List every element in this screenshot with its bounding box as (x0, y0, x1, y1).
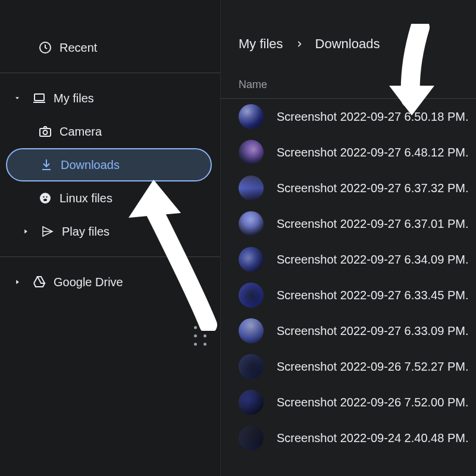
column-header-name[interactable]: Name (239, 79, 267, 91)
file-row[interactable]: Screenshot 2022-09-26 7.52.27 PM. (221, 349, 476, 384)
sidebar-item-my-files[interactable]: My files (0, 82, 213, 115)
svg-point-4 (40, 193, 51, 203)
file-thumbnail (239, 247, 264, 272)
file-row[interactable]: Screenshot 2022-09-26 7.52.00 PM. (221, 384, 476, 420)
file-row[interactable]: Screenshot 2022-09-27 6.33.09 PM. (221, 313, 476, 349)
chevron-right-icon (295, 36, 303, 52)
svg-rect-2 (40, 129, 51, 136)
file-name: Screenshot 2022-09-27 6.33.45 PM. (277, 289, 468, 302)
file-thumbnail (239, 318, 264, 343)
app-root: Recent My files Camera (0, 0, 476, 476)
svg-point-7 (43, 199, 47, 201)
drive-icon (32, 275, 54, 289)
laptop-icon (32, 91, 54, 105)
file-thumbnail (239, 425, 264, 450)
file-name: Screenshot 2022-09-27 6.37.01 PM. (277, 217, 468, 231)
svg-point-6 (46, 196, 47, 198)
svg-rect-1 (35, 94, 44, 101)
file-thumbnail (239, 176, 264, 201)
list-header: Name (221, 57, 476, 99)
file-row[interactable]: Screenshot 2022-09-27 6.37.32 PM. (221, 170, 476, 206)
sidebar-label-downloads: Downloads (61, 158, 120, 172)
breadcrumb-current[interactable]: Downloads (315, 36, 380, 52)
main-panel: My files Downloads Name Screenshot 2022-… (220, 0, 476, 476)
file-name: Screenshot 2022-09-26 7.52.00 PM. (277, 396, 468, 409)
sidebar-label-my-files: My files (54, 92, 94, 105)
file-name: Screenshot 2022-09-26 7.52.27 PM. (277, 360, 468, 374)
sidebar-label-camera: Camera (60, 125, 102, 139)
file-thumbnail (239, 104, 264, 129)
file-thumbnail (239, 283, 264, 308)
sidebar-item-play-files[interactable]: Play files (0, 215, 213, 248)
file-row[interactable]: Screenshot 2022-09-27 6.37.01 PM. (221, 206, 476, 242)
svg-point-3 (43, 130, 48, 134)
file-row[interactable]: Screenshot 2022-09-24 2.40.48 PM. (221, 420, 476, 456)
sidebar-divider (0, 256, 220, 257)
sidebar-item-recent[interactable]: Recent (0, 31, 213, 64)
play-icon (40, 224, 62, 239)
clock-icon (38, 40, 60, 55)
sidebar-item-google-drive[interactable]: Google Drive (0, 265, 213, 299)
chevron-right-icon[interactable] (21, 227, 40, 236)
sidebar-label-linux: Linux files (60, 192, 112, 205)
file-thumbnail (239, 140, 264, 165)
file-thumbnail (239, 211, 264, 236)
breadcrumb-root[interactable]: My files (239, 36, 283, 52)
svg-point-5 (43, 196, 44, 198)
sidebar-label-recent: Recent (60, 41, 97, 55)
file-name: Screenshot 2022-09-27 6.33.09 PM. (277, 324, 468, 338)
file-thumbnail (239, 354, 264, 379)
breadcrumb: My files Downloads (221, 31, 476, 57)
file-list: Screenshot 2022-09-27 6.50.18 PM. Screen… (221, 99, 476, 476)
sidebar-label-gdrive: Google Drive (54, 275, 123, 289)
file-thumbnail (239, 390, 264, 415)
linux-icon (38, 191, 60, 205)
sidebar-divider (0, 73, 220, 73)
download-icon (39, 158, 61, 172)
chevron-right-icon[interactable] (13, 278, 32, 286)
sidebar-item-downloads[interactable]: Downloads (6, 148, 212, 181)
file-name: Screenshot 2022-09-24 2.40.48 PM. (277, 431, 468, 445)
file-row[interactable]: Screenshot 2022-09-27 6.34.09 PM. (221, 242, 476, 277)
sidebar: Recent My files Camera (0, 0, 220, 476)
sidebar-label-play: Play files (62, 225, 109, 239)
sidebar-resize-handle[interactable] (194, 326, 208, 347)
camera-icon (38, 124, 60, 139)
file-name: Screenshot 2022-09-27 6.48.12 PM. (277, 146, 468, 159)
file-row[interactable]: Screenshot 2022-09-27 6.50.18 PM. (221, 99, 476, 134)
file-row[interactable]: Screenshot 2022-09-27 6.48.12 PM. (221, 134, 476, 170)
file-row[interactable]: Screenshot 2022-09-27 6.33.45 PM. (221, 277, 476, 313)
file-name: Screenshot 2022-09-27 6.37.32 PM. (277, 181, 468, 195)
sidebar-item-linux-files[interactable]: Linux files (0, 181, 213, 215)
sidebar-item-camera[interactable]: Camera (0, 115, 213, 148)
file-name: Screenshot 2022-09-27 6.50.18 PM. (277, 110, 468, 124)
chevron-down-icon[interactable] (13, 94, 32, 102)
file-name: Screenshot 2022-09-27 6.34.09 PM. (277, 253, 468, 267)
